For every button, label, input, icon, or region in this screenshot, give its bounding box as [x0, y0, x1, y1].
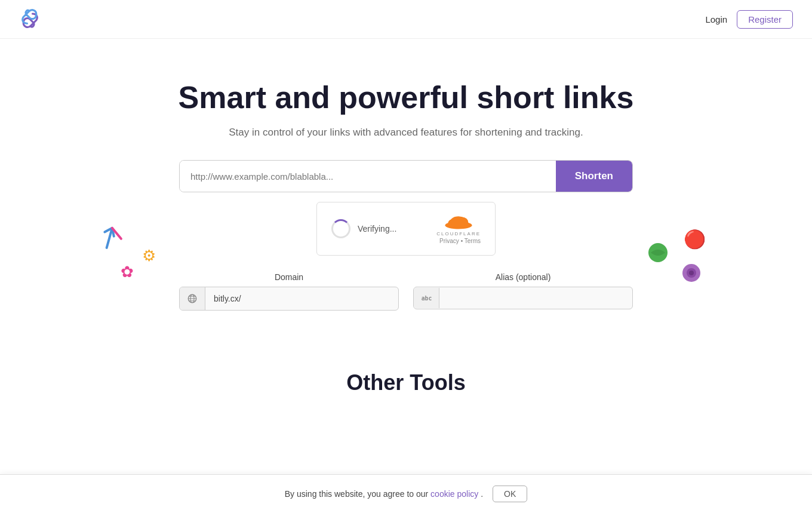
domain-input-wrapper	[179, 287, 399, 311]
cf-right: CLOUDFLARE Privacy • Terms	[436, 213, 481, 244]
svg-point-1	[682, 264, 700, 282]
cookie-banner: By using this website, you agree to our …	[0, 474, 812, 513]
deco-rocket-icon: 🔴	[684, 229, 706, 250]
cookie-text: By using this website, you agree to our …	[285, 489, 483, 499]
alias-label: Alias (optional)	[413, 272, 633, 282]
hero-title: Smart and powerful short links	[12, 81, 800, 115]
cf-privacy-link[interactable]: Privacy	[439, 238, 459, 244]
url-input-row: Shorten	[179, 160, 633, 192]
alias-input[interactable]	[439, 287, 632, 309]
logo[interactable]	[19, 8, 41, 30]
deco-arrow-icon	[95, 220, 128, 254]
nav-actions: Login Register	[705, 10, 793, 29]
deco-ball-icon	[647, 242, 669, 263]
cookie-ok-button[interactable]: OK	[493, 486, 527, 502]
hero-section: ⚙ ✿ 🔴 Smart and powerful short links Sta…	[0, 39, 812, 334]
cf-logo: CLOUDFLARE	[436, 213, 481, 236]
cf-terms-link[interactable]: Terms	[465, 238, 481, 244]
hero-subtitle: Stay in control of your links with advan…	[12, 127, 800, 139]
cf-verifying-text: Verifying...	[358, 224, 396, 234]
cf-spinner	[331, 219, 350, 238]
domain-label: Domain	[179, 272, 399, 282]
abc-icon: abc	[421, 294, 432, 302]
cookie-text-after: .	[481, 489, 483, 499]
url-input[interactable]	[180, 161, 556, 192]
url-form: Shorten Verifying... CLOUDFLARE	[179, 160, 633, 311]
cf-cloud-icon	[444, 213, 473, 230]
svg-text:abc: abc	[422, 295, 432, 302]
svg-point-3	[689, 271, 694, 275]
cookie-policy-link[interactable]: cookie policy	[430, 489, 478, 499]
deco-star-icon	[681, 263, 702, 283]
register-button[interactable]: Register	[737, 10, 793, 29]
logo-icon	[19, 8, 41, 30]
cf-brand-text: CLOUDFLARE	[436, 231, 481, 236]
alias-input-wrapper: abc	[413, 287, 633, 309]
cf-links: Privacy • Terms	[439, 238, 481, 244]
domain-group: Domain	[179, 272, 399, 311]
shorten-button[interactable]: Shorten	[556, 161, 632, 192]
login-button[interactable]: Login	[705, 14, 727, 24]
other-tools-section: Other Tools	[0, 334, 812, 407]
cookie-text-before: By using this website, you agree to our	[285, 489, 428, 499]
navbar: Login Register	[0, 0, 812, 39]
form-row: Domain Alias (optional)	[179, 272, 633, 311]
other-tools-title: Other Tools	[12, 370, 800, 395]
cloudflare-verify-box: Verifying... CLOUDFLARE Privacy • Terms	[316, 202, 496, 256]
deco-flower-icon: ✿	[121, 263, 134, 281]
globe-icon	[187, 293, 198, 304]
domain-icon-box	[180, 287, 205, 310]
cf-left: Verifying...	[331, 219, 396, 238]
svg-point-7	[450, 216, 467, 227]
deco-gear-icon: ⚙	[142, 247, 156, 265]
svg-point-2	[687, 268, 696, 278]
domain-input[interactable]	[205, 288, 398, 309]
alias-icon-box: abc	[414, 288, 439, 308]
alias-group: Alias (optional) abc	[413, 272, 633, 311]
svg-point-0	[648, 243, 668, 262]
